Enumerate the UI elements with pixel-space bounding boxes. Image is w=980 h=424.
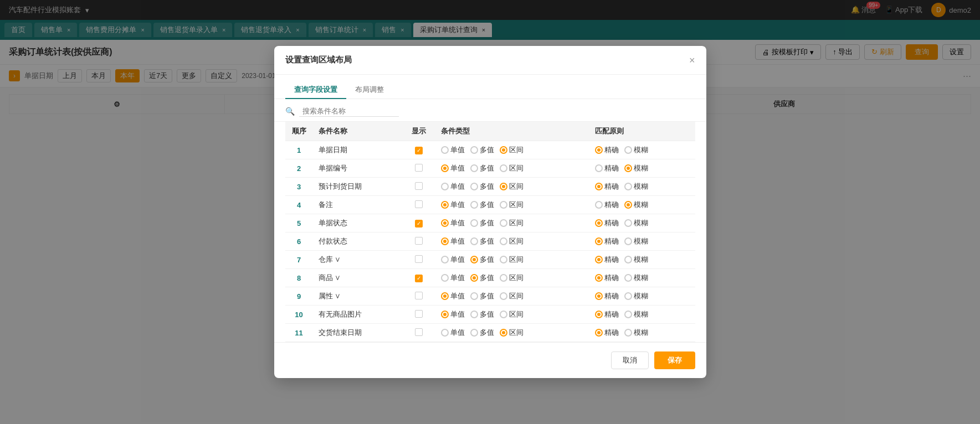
radio-btn[interactable]	[624, 219, 632, 227]
display-checkbox[interactable]	[415, 328, 423, 336]
tab-layout[interactable]: 布局调整	[346, 81, 393, 99]
radio-btn[interactable]	[500, 292, 507, 300]
radio-btn[interactable]	[441, 329, 449, 337]
match-option[interactable]: 精确	[595, 255, 619, 265]
match-option[interactable]: 模糊	[624, 163, 648, 173]
radio-btn[interactable]	[470, 311, 478, 318]
row-display[interactable]	[402, 196, 435, 214]
radio-btn[interactable]	[441, 274, 449, 282]
display-checkbox[interactable]	[415, 292, 423, 299]
type-option[interactable]: 单值	[441, 273, 465, 283]
radio-btn[interactable]	[624, 146, 632, 154]
radio-btn[interactable]	[470, 219, 478, 227]
type-option[interactable]: 单值	[441, 309, 465, 319]
type-option[interactable]: 多值	[470, 309, 494, 319]
row-display[interactable]	[402, 324, 435, 342]
match-option[interactable]: 精确	[595, 273, 619, 283]
type-option[interactable]: 多值	[470, 145, 494, 155]
radio-btn[interactable]	[624, 329, 632, 337]
radio-btn[interactable]	[500, 164, 507, 172]
match-option[interactable]: 模糊	[624, 291, 648, 301]
type-option[interactable]: 区间	[500, 309, 524, 319]
type-option[interactable]: 多值	[470, 200, 494, 210]
radio-btn[interactable]	[441, 201, 449, 209]
radio-btn[interactable]	[500, 237, 507, 245]
row-display[interactable]	[402, 287, 435, 306]
radio-btn[interactable]	[595, 329, 603, 337]
match-option[interactable]: 精确	[595, 309, 619, 319]
radio-btn[interactable]	[470, 201, 478, 209]
type-option[interactable]: 单值	[441, 218, 465, 228]
dialog-close-button[interactable]: ×	[689, 55, 695, 65]
row-display[interactable]	[402, 251, 435, 269]
type-option[interactable]: 多值	[470, 291, 494, 301]
type-option[interactable]: 区间	[500, 182, 524, 192]
radio-btn[interactable]	[624, 256, 632, 263]
radio-btn[interactable]	[441, 219, 449, 227]
radio-btn[interactable]	[500, 219, 507, 227]
type-option[interactable]: 区间	[500, 145, 524, 155]
radio-btn[interactable]	[595, 164, 603, 172]
type-option[interactable]: 多值	[470, 273, 494, 283]
match-option[interactable]: 精确	[595, 163, 619, 173]
row-display[interactable]: ✓	[402, 141, 435, 159]
match-option[interactable]: 精确	[595, 145, 619, 155]
display-checkbox[interactable]	[415, 164, 423, 172]
radio-btn[interactable]	[470, 256, 478, 263]
radio-btn[interactable]	[500, 329, 507, 337]
radio-btn[interactable]	[595, 311, 603, 318]
radio-btn[interactable]	[470, 237, 478, 245]
radio-btn[interactable]	[595, 146, 603, 154]
radio-btn[interactable]	[595, 292, 603, 300]
display-checkbox[interactable]	[415, 200, 423, 208]
display-checkbox[interactable]	[415, 237, 423, 245]
type-option[interactable]: 多值	[470, 255, 494, 265]
type-option[interactable]: 单值	[441, 163, 465, 173]
radio-btn[interactable]	[441, 256, 449, 263]
type-option[interactable]: 单值	[441, 291, 465, 301]
radio-btn[interactable]	[500, 183, 507, 190]
type-option[interactable]: 单值	[441, 236, 465, 246]
row-display[interactable]: ✓	[402, 269, 435, 287]
radio-btn[interactable]	[624, 237, 632, 245]
match-option[interactable]: 精确	[595, 291, 619, 301]
row-display[interactable]: ✓	[402, 214, 435, 232]
match-option[interactable]: 模糊	[624, 273, 648, 283]
radio-btn[interactable]	[595, 237, 603, 245]
type-option[interactable]: 多值	[470, 182, 494, 192]
radio-btn[interactable]	[500, 201, 507, 209]
radio-btn[interactable]	[500, 256, 507, 263]
match-option[interactable]: 模糊	[624, 200, 648, 210]
radio-btn[interactable]	[595, 256, 603, 263]
type-option[interactable]: 多值	[470, 218, 494, 228]
radio-btn[interactable]	[624, 183, 632, 190]
match-option[interactable]: 模糊	[624, 145, 648, 155]
row-display[interactable]	[402, 159, 435, 178]
radio-btn[interactable]	[595, 201, 603, 209]
type-option[interactable]: 区间	[500, 255, 524, 265]
cancel-button[interactable]: 取消	[611, 351, 649, 369]
match-option[interactable]: 模糊	[624, 218, 648, 228]
radio-btn[interactable]	[624, 274, 632, 282]
radio-btn[interactable]	[441, 237, 449, 245]
radio-btn[interactable]	[441, 311, 449, 318]
type-option[interactable]: 区间	[500, 273, 524, 283]
type-option[interactable]: 多值	[470, 163, 494, 173]
match-option[interactable]: 模糊	[624, 328, 648, 338]
display-checkbox[interactable]: ✓	[415, 220, 423, 227]
type-option[interactable]: 单值	[441, 328, 465, 338]
radio-btn[interactable]	[470, 329, 478, 337]
match-option[interactable]: 精确	[595, 200, 619, 210]
radio-btn[interactable]	[470, 274, 478, 282]
type-option[interactable]: 单值	[441, 145, 465, 155]
match-option[interactable]: 模糊	[624, 309, 648, 319]
type-option[interactable]: 单值	[441, 255, 465, 265]
display-checkbox[interactable]	[415, 182, 423, 190]
type-option[interactable]: 区间	[500, 236, 524, 246]
display-checkbox[interactable]	[415, 255, 423, 263]
radio-btn[interactable]	[441, 164, 449, 172]
type-option[interactable]: 单值	[441, 200, 465, 210]
radio-btn[interactable]	[624, 201, 632, 209]
display-checkbox[interactable]	[415, 310, 423, 318]
type-option[interactable]: 区间	[500, 328, 524, 338]
